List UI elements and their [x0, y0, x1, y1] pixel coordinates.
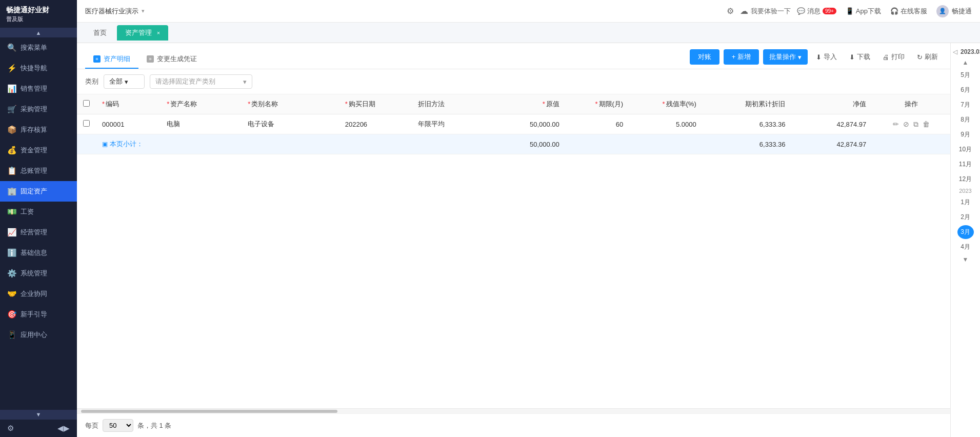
collapse-icon[interactable]: ◀▶ — [57, 424, 70, 433]
sidebar-item-inventory[interactable]: 📦库存核算 — [0, 120, 77, 140]
print-button[interactable]: 🖨 打印 — [878, 50, 909, 64]
sidebar-icon-quick-nav: ⚡ — [7, 64, 16, 73]
new-button[interactable]: + 新增 — [724, 49, 759, 65]
sidebar-label-salary: 工资 — [21, 207, 34, 216]
panel-expand-icon[interactable]: ◁ — [953, 48, 957, 55]
service-label: 在线客服 — [901, 7, 927, 16]
sidebar-item-fixed-assets[interactable]: 🏢固定资产 — [0, 181, 77, 202]
experience-btn[interactable]: ☁ 我要体验一下 — [740, 6, 791, 16]
select-all-col — [77, 94, 96, 114]
sidebar-item-guide[interactable]: 🎯新手引导 — [0, 304, 77, 325]
tab-close-icon[interactable]: × — [157, 30, 160, 36]
tab-active-label: 资产管理 — [125, 29, 152, 36]
category-input[interactable]: 请选择固定资产类别 ▾ — [150, 74, 252, 89]
username: 畅捷通 — [952, 7, 972, 16]
month-6[interactable]: 6月 — [954, 83, 977, 97]
tabs-bar: 首页 资产管理 × — [77, 23, 980, 43]
settings-gear-icon[interactable]: ⚙ — [727, 6, 734, 16]
per-page-select[interactable]: 50 100 — [103, 419, 133, 432]
app-download-btn[interactable]: 📱 App下载 — [846, 7, 881, 16]
subtotal-original: 50,000.00 — [485, 134, 566, 154]
download-button[interactable]: ⬇ 下载 — [845, 50, 874, 64]
cell-name: 电脑 — [161, 114, 242, 134]
tab-home[interactable]: 首页 — [85, 25, 115, 41]
sidebar-scroll-up[interactable]: ▲ — [0, 28, 77, 37]
subtotal-text: 本页小计： — [110, 140, 143, 149]
horizontal-scrollbar[interactable] — [77, 408, 950, 413]
cell-date: 202206 — [339, 114, 412, 134]
refresh-button[interactable]: ↻ 刷新 — [913, 50, 942, 64]
category-type-select[interactable]: 全部 ▾ — [104, 74, 145, 89]
import-icon: ⬇ — [816, 53, 822, 61]
import-button[interactable]: ⬇ 导入 — [812, 50, 841, 64]
customer-service-btn[interactable]: 🎧 在线客服 — [890, 7, 927, 16]
message-btn[interactable]: 💬 消息 99+ — [797, 7, 836, 16]
month-4[interactable]: 4月 — [954, 240, 977, 254]
month-3[interactable]: 3月 — [957, 225, 974, 239]
sidebar-label-search: 搜索菜单 — [21, 43, 47, 52]
settings-icon[interactable]: ⚙ — [7, 424, 14, 433]
panel-up-arrow[interactable]: ▲ — [961, 57, 970, 68]
sidebar-item-sales[interactable]: 📊销售管理 — [0, 78, 77, 99]
sidebar-item-system[interactable]: ⚙️系统管理 — [0, 263, 77, 284]
month-9[interactable]: 9月 — [954, 128, 977, 142]
sidebar-item-search[interactable]: 🔍搜索菜单 — [0, 37, 77, 58]
row-checkbox[interactable] — [83, 120, 90, 127]
disable-icon[interactable]: ⊘ — [903, 120, 909, 128]
month-8[interactable]: 8月 — [954, 113, 977, 127]
cell-action: ✏ ⊘ ⧉ 🗑 — [872, 114, 950, 134]
sidebar-icon-fixed-assets: 🏢 — [7, 187, 16, 196]
panel-down-arrow[interactable]: ▼ — [961, 254, 970, 265]
sidebar-scroll-down[interactable]: ▼ — [0, 410, 77, 419]
batch-button[interactable]: 批量操作 ▾ — [763, 49, 808, 65]
sidebar-item-basic-info[interactable]: ℹ️基础信息 — [0, 243, 77, 263]
pagination-bar: 每页 50 100 条，共 1 条 — [77, 413, 950, 437]
tab-asset-management[interactable]: 资产管理 × — [117, 25, 168, 41]
select-all-checkbox[interactable] — [83, 100, 90, 107]
col-name: *资产名称 — [161, 94, 242, 114]
app-title: 畅捷通好业财 — [6, 5, 71, 14]
sidebar-icon-purchase: 🛒 — [7, 105, 16, 114]
sidebar-item-app-center[interactable]: 📱应用中心 — [0, 325, 77, 345]
sidebar-label-operations: 经营管理 — [21, 228, 47, 237]
print-label: 打印 — [891, 52, 905, 62]
total-label: 条，共 1 条 — [137, 421, 171, 430]
batch-label: 批量操作 — [769, 52, 796, 62]
new-label: + 新增 — [732, 52, 751, 62]
experience-label: 我要体验一下 — [751, 7, 791, 16]
month-12[interactable]: 12月 — [954, 172, 977, 186]
month-1[interactable]: 1月 — [954, 195, 977, 209]
sidebar-label-enterprise: 企业协同 — [21, 289, 47, 299]
copy-icon[interactable]: ⧉ — [913, 120, 918, 129]
sidebar-item-purchase[interactable]: 🛒采购管理 — [0, 99, 77, 120]
sidebar-icon-operations: 📈 — [7, 228, 16, 237]
month-10[interactable]: 10月 — [954, 143, 977, 156]
reconcile-button[interactable]: 对账 — [690, 49, 719, 65]
sidebar-item-operations[interactable]: 📈经营管理 — [0, 222, 77, 243]
sidebar: 畅捷通好业财 普及版 ▲ 🔍搜索菜单⚡快捷导航📊销售管理🛒采购管理📦库存核算💰资… — [0, 0, 77, 437]
sidebar-icon-funds: 💰 — [7, 146, 16, 155]
sidebar-icon-salary: 💵 — [7, 207, 16, 216]
main-content: ≡ 资产明细 ≡ 变更生成凭证 对账 + 新增 批量操作 — [77, 43, 950, 437]
edit-icon[interactable]: ✏ — [893, 120, 899, 128]
month-7[interactable]: 7月 — [954, 98, 977, 112]
user-menu[interactable]: 👤 畅捷通 — [936, 5, 972, 17]
sub-tab-asset-detail[interactable]: ≡ 资产明细 — [85, 50, 138, 69]
sidebar-item-enterprise[interactable]: 🤝企业协同 — [0, 284, 77, 304]
category-type-chevron-icon: ▾ — [125, 78, 128, 86]
sidebar-item-general[interactable]: 📋总账管理 — [0, 161, 77, 181]
sidebar-item-funds[interactable]: 💰资金管理 — [0, 140, 77, 161]
sidebar-item-quick-nav[interactable]: ⚡快捷导航 — [0, 58, 77, 78]
delete-icon[interactable]: 🗑 — [923, 120, 930, 128]
category-filter-label: 类别 — [85, 77, 98, 86]
tab2-icon: ≡ — [147, 55, 154, 63]
month-5[interactable]: 5月 — [954, 68, 977, 82]
scrollbar-thumb[interactable] — [81, 410, 337, 413]
app-logo: 畅捷通好业财 普及版 — [0, 0, 77, 28]
sidebar-icon-general: 📋 — [7, 166, 16, 175]
sub-tab-generate-voucher[interactable]: ≡ 变更生成凭证 — [138, 50, 205, 69]
sidebar-item-salary[interactable]: 💵工资 — [0, 202, 77, 222]
month-2[interactable]: 2月 — [954, 210, 977, 224]
company-selector[interactable]: 医疗器械行业演示 ▾ — [85, 7, 721, 16]
month-11[interactable]: 11月 — [954, 157, 977, 171]
